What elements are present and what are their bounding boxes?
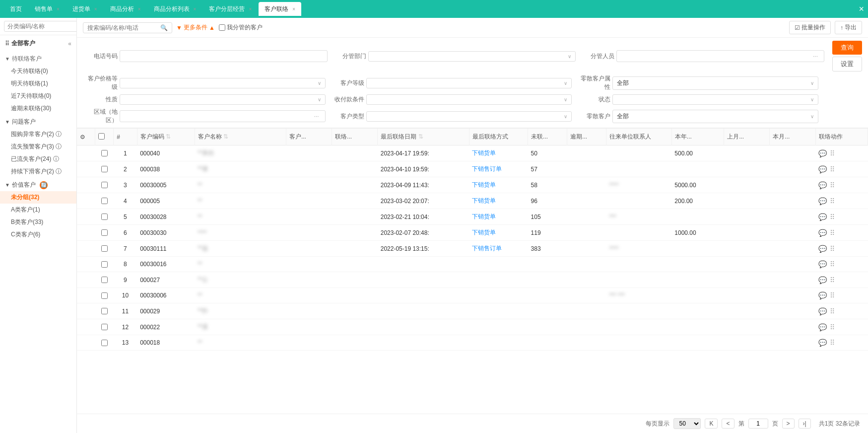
page-input[interactable] bbox=[748, 419, 768, 429]
contact-phone-icon[interactable]: 💬 bbox=[818, 181, 827, 189]
tab-customer-seg-close[interactable]: × bbox=[249, 6, 252, 12]
tab-product-list[interactable]: 商品分析列表 × bbox=[148, 2, 202, 16]
contact-phone-icon[interactable]: 💬 bbox=[818, 149, 827, 157]
contact-more-icon[interactable]: ⠿ bbox=[830, 213, 835, 221]
settings-icon[interactable]: ⚙ bbox=[80, 134, 85, 141]
tab-home[interactable]: 首页 bbox=[4, 2, 28, 16]
row-checkbox[interactable] bbox=[101, 150, 108, 156]
row-checkbox[interactable] bbox=[101, 214, 108, 220]
filter-more-btn[interactable]: ▼ 更多条件 ▲ bbox=[176, 23, 215, 32]
adv-select-price-level[interactable]: ∨ bbox=[120, 78, 326, 88]
adv-input-phone[interactable] bbox=[120, 50, 328, 62]
contact-phone-icon[interactable]: 💬 bbox=[818, 229, 827, 237]
col-settings-header[interactable]: ⚙ bbox=[77, 129, 95, 145]
sidebar-item-c-class[interactable]: C类客户(6) bbox=[0, 228, 76, 241]
last-way-link[interactable]: 下销货单 bbox=[472, 213, 496, 220]
sidebar-section-value-title[interactable]: ▼ 价值客户 🔄 bbox=[0, 178, 76, 191]
sidebar-collapse-icon[interactable]: « bbox=[68, 40, 71, 47]
filter-search-input[interactable] bbox=[87, 24, 158, 31]
row-checkbox[interactable] bbox=[101, 198, 108, 204]
row-checkbox[interactable] bbox=[101, 245, 108, 252]
row-checkbox[interactable] bbox=[101, 340, 108, 346]
adv-person-dots[interactable]: ··· bbox=[811, 53, 820, 60]
window-close-button[interactable]: × bbox=[859, 4, 864, 14]
row-checkbox[interactable] bbox=[101, 308, 108, 314]
contact-more-icon[interactable]: ⠿ bbox=[830, 165, 835, 173]
tab-sales[interactable]: 销售单 × bbox=[29, 2, 66, 16]
per-page-select[interactable]: 50 100 bbox=[673, 418, 701, 429]
sidebar-section-problem-title[interactable]: ▼ 问题客户 bbox=[0, 115, 76, 128]
row-checkbox[interactable] bbox=[101, 229, 108, 236]
sidebar-search-input[interactable] bbox=[4, 21, 77, 32]
sidebar-item-today[interactable]: 今天待联络(0) bbox=[0, 65, 76, 77]
contact-more-icon[interactable]: ⠿ bbox=[830, 291, 835, 299]
sidebar-item-lost[interactable]: 已流失客户(24) ⓘ bbox=[0, 153, 76, 165]
adv-select-person[interactable]: ··· bbox=[616, 50, 824, 62]
adv-select-dept[interactable]: ∨ bbox=[368, 51, 576, 62]
col-lastdate-header[interactable]: 最后联络日期 ⇅ bbox=[378, 129, 469, 145]
last-way-link[interactable]: 下销售订单 bbox=[472, 165, 502, 172]
contact-more-icon[interactable]: ⠿ bbox=[830, 276, 835, 284]
col-code-header[interactable]: 客户编码 ⇅ bbox=[137, 129, 195, 145]
batch-operation-button[interactable]: ☑ 批量操作 bbox=[789, 21, 831, 34]
col-name-header[interactable]: 客户名称 ⇅ bbox=[195, 129, 286, 145]
tab-purchase[interactable]: 进货单 × bbox=[67, 2, 103, 16]
last-page-btn[interactable]: ›| bbox=[799, 419, 811, 429]
sidebar-item-declining[interactable]: 持续下滑客户(2) ⓘ bbox=[0, 165, 76, 178]
sidebar-item-tomorrow[interactable]: 明天待联络(1) bbox=[0, 77, 76, 90]
adv-select-customer-level[interactable]: ∨ bbox=[366, 78, 572, 88]
tab-product-analysis-close[interactable]: × bbox=[138, 6, 141, 12]
contact-phone-icon[interactable]: 💬 bbox=[818, 291, 827, 299]
last-way-link[interactable]: 下销货单 bbox=[472, 197, 496, 204]
reset-button[interactable]: 设置 bbox=[832, 57, 862, 72]
row-checkbox[interactable] bbox=[101, 261, 108, 268]
last-way-link[interactable]: 下销货单 bbox=[472, 181, 496, 188]
sidebar-item-overdue[interactable]: 逾期未联络(30) bbox=[0, 102, 76, 115]
contact-phone-icon[interactable]: 💬 bbox=[818, 339, 827, 347]
tab-customer-contact[interactable]: 客户联络 × bbox=[259, 2, 301, 16]
filter-search-icon[interactable]: 🔍 bbox=[160, 24, 168, 31]
adv-select-nature[interactable]: ∨ bbox=[120, 94, 326, 105]
row-checkbox[interactable] bbox=[101, 292, 108, 299]
sidebar-item-abnormal[interactable]: 囤购异常客户(2) ⓘ bbox=[0, 128, 76, 141]
my-customers-checkbox-wrap[interactable]: 我分管的客户 bbox=[219, 23, 263, 32]
next-page-btn[interactable]: > bbox=[782, 419, 795, 429]
contact-phone-icon[interactable]: 💬 bbox=[818, 213, 827, 221]
contact-more-icon[interactable]: ⠿ bbox=[830, 181, 835, 189]
adv-select-retail-customer[interactable]: 全部 ∨ bbox=[612, 110, 818, 123]
contact-phone-icon[interactable]: 💬 bbox=[818, 307, 827, 315]
row-checkbox[interactable] bbox=[101, 324, 108, 330]
adv-select-customer-type[interactable]: ∨ bbox=[366, 111, 572, 122]
tab-sales-close[interactable]: × bbox=[57, 6, 60, 12]
col-check-header[interactable] bbox=[95, 129, 114, 145]
tab-product-analysis[interactable]: 商品分析 × bbox=[104, 2, 147, 16]
contact-phone-icon[interactable]: 💬 bbox=[818, 260, 827, 268]
table-area[interactable]: ⚙ # 客户编码 ⇅ 客户名称 bbox=[77, 129, 868, 414]
contact-more-icon[interactable]: ⠿ bbox=[830, 149, 835, 157]
last-way-link[interactable]: 下销货单 bbox=[472, 149, 496, 156]
export-button[interactable]: ↑ 导出 bbox=[835, 21, 862, 34]
contact-more-icon[interactable]: ⠿ bbox=[830, 307, 835, 315]
tab-customer-seg[interactable]: 客户分层经营 × bbox=[203, 2, 258, 16]
select-all-checkbox[interactable] bbox=[98, 133, 105, 140]
last-way-link[interactable]: 下销售订单 bbox=[472, 245, 502, 252]
adv-select-payment[interactable]: ∨ bbox=[366, 94, 572, 105]
sidebar-section-pending-title[interactable]: ▼ 待联络客户 bbox=[0, 52, 76, 65]
sidebar-item-b-class[interactable]: B类客户(33) bbox=[0, 216, 76, 228]
row-checkbox[interactable] bbox=[101, 182, 108, 188]
prev-page-btn[interactable]: < bbox=[722, 419, 734, 429]
adv-select-status[interactable]: ∨ bbox=[612, 94, 818, 105]
adv-select-region[interactable]: ··· bbox=[120, 110, 326, 122]
tab-product-list-close[interactable]: × bbox=[194, 6, 197, 12]
contact-more-icon[interactable]: ⠿ bbox=[830, 197, 835, 205]
contact-more-icon[interactable]: ⠿ bbox=[830, 323, 835, 331]
last-way-link[interactable]: 下销货单 bbox=[472, 229, 496, 236]
adv-region-dots[interactable]: ··· bbox=[312, 113, 321, 120]
sidebar-all-customers[interactable]: ⠿ 全部客户 « bbox=[0, 35, 76, 52]
query-button[interactable]: 查询 bbox=[832, 41, 862, 55]
row-checkbox[interactable] bbox=[101, 166, 108, 172]
contact-more-icon[interactable]: ⠿ bbox=[830, 245, 835, 253]
sidebar-item-7days[interactable]: 近7天待联络(0) bbox=[0, 90, 76, 102]
contact-phone-icon[interactable]: 💬 bbox=[818, 165, 827, 173]
contact-more-icon[interactable]: ⠿ bbox=[830, 260, 835, 268]
